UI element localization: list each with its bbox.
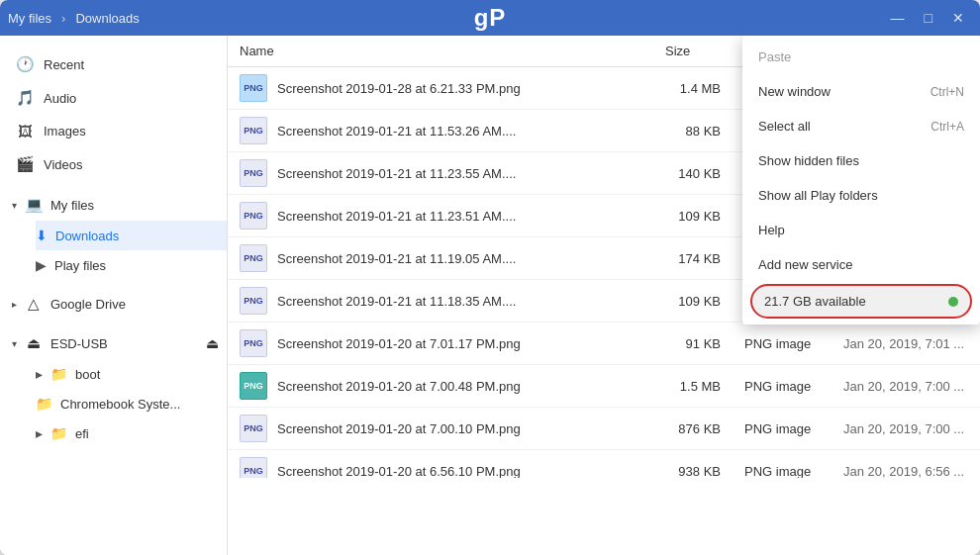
close-button[interactable]: ✕ [944, 6, 972, 30]
menu-item-paste: Paste [742, 40, 980, 74]
sidebar-item-downloads[interactable]: ⬇ Downloads [36, 221, 227, 250]
sidebar-chromebook-label: Chromebook Syste... [60, 397, 180, 412]
eject-icon[interactable]: ⏏ [206, 335, 219, 351]
file-name-text-4: Screenshot 2019-01-21 at 11.19.05 AM.... [277, 251, 516, 266]
table-row[interactable]: PNGScreenshot 2019-01-20 at 7.01.17 PM.p… [228, 323, 980, 365]
menu-item-show-hidden[interactable]: Show hidden files [742, 143, 980, 178]
menu-item-show-play[interactable]: Show all Play folders [742, 178, 980, 213]
storage-dot [948, 297, 958, 307]
title-bar: My files › Downloads gP — □ ✕ [0, 0, 980, 36]
file-name-cell-2: PNGScreenshot 2019-01-21 at 11.23.55 AM.… [228, 152, 653, 195]
file-type-8: PNG image [733, 408, 832, 450]
select-all-label: Select all [758, 119, 811, 134]
storage-label: 21.7 GB available [764, 294, 866, 309]
images-icon: 🖼 [16, 123, 34, 139]
file-name-cell-7: PNGScreenshot 2019-01-20 at 7.00.48 PM.p… [228, 365, 653, 408]
sidebar-esdusb-group: ▾ ⏏ ESD-USB ⏏ ▸ 📁 boot 📁 Chromebook Syst… [0, 324, 227, 452]
file-name-text-5: Screenshot 2019-01-21 at 11.18.35 AM.... [277, 294, 516, 309]
menu-item-add-service[interactable]: Add new service [742, 247, 980, 282]
googledrive-icon: △ [25, 295, 43, 313]
menu-item-help[interactable]: Help [742, 213, 980, 247]
file-name-text-0: Screenshot 2019-01-28 at 6.21.33 PM.png [277, 81, 521, 96]
table-row[interactable]: PNGScreenshot 2019-01-20 at 6.56.10 PM.p… [228, 450, 980, 479]
file-icon-1: PNG [240, 117, 267, 144]
breadcrumb-myfiles[interactable]: My files [8, 11, 51, 26]
sidebar-label-audio: Audio [44, 91, 76, 106]
sidebar-group-myfiles[interactable]: ▾ 💻 My files [0, 189, 227, 221]
sidebar-group-esdusb[interactable]: ▾ ⏏ ESD-USB ⏏ [0, 327, 227, 359]
file-date-7: Jan 20, 2019, 7:00 ... [832, 365, 980, 408]
sidebar-label-images: Images [44, 124, 86, 139]
myfiles-chevron: ▾ [12, 200, 17, 211]
col-header-name[interactable]: Name [228, 36, 653, 67]
downloads-icon: ⬇ [36, 228, 48, 243]
new-window-shortcut: Ctrl+N [931, 85, 964, 99]
file-type-9: PNG image [733, 450, 832, 479]
file-name-cell-5: PNGScreenshot 2019-01-21 at 11.18.35 AM.… [228, 280, 653, 323]
sidebar-myfiles-label: My files [50, 198, 94, 213]
file-name-text-8: Screenshot 2019-01-20 at 7.00.10 PM.png [277, 421, 521, 436]
sidebar-item-recent[interactable]: 🕐 Recent [0, 47, 227, 81]
sidebar-item-chromebook[interactable]: 📁 Chromebook Syste... [36, 389, 227, 418]
sidebar-esdusb-label: ESD-USB [50, 336, 194, 351]
table-row[interactable]: PNGScreenshot 2019-01-20 at 7.00.48 PM.p… [228, 365, 980, 408]
menu-item-new-window[interactable]: New window Ctrl+N [742, 74, 980, 109]
sidebar-myfiles-group: ▾ 💻 My files ⬇ Downloads ▶ Play files [0, 185, 227, 284]
file-date-9: Jan 20, 2019, 6:56 ... [832, 450, 980, 479]
file-area: Name Size Type PNGScreenshot 2019-01-28 … [228, 36, 980, 555]
app-logo: gP [474, 4, 507, 32]
file-icon-7: PNG [240, 372, 267, 400]
maximize-button[interactable]: □ [917, 6, 940, 30]
file-size-3: 109 KB [653, 195, 733, 237]
minimize-button[interactable]: — [883, 6, 913, 30]
app-window: My files › Downloads gP — □ ✕ 🕐 Recent 🎵… [0, 0, 980, 555]
file-date-8: Jan 20, 2019, 7:00 ... [832, 408, 980, 450]
file-size-5: 109 KB [653, 280, 733, 323]
file-name-cell-0: PNGScreenshot 2019-01-28 at 6.21.33 PM.p… [228, 67, 653, 110]
file-name-cell-3: PNGScreenshot 2019-01-21 at 11.23.51 AM.… [228, 195, 653, 237]
menu-item-storage[interactable]: 21.7 GB available [750, 284, 972, 319]
new-window-label: New window [758, 84, 831, 99]
sidebar-item-playfiles[interactable]: ▶ Play files [36, 250, 227, 280]
recent-icon: 🕐 [16, 55, 34, 73]
sidebar-item-audio[interactable]: 🎵 Audio [0, 81, 227, 115]
breadcrumb-downloads[interactable]: Downloads [75, 11, 139, 26]
sidebar-googledrive-group: ▸ △ Google Drive [0, 284, 227, 324]
myfiles-children: ⬇ Downloads ▶ Play files [0, 221, 227, 280]
googledrive-chevron: ▸ [12, 299, 17, 310]
file-icon-8: PNG [240, 415, 267, 442]
boot-folder-icon: 📁 [50, 366, 67, 382]
menu-item-select-all[interactable]: Select all Ctrl+A [742, 109, 980, 143]
sidebar-googledrive-label: Google Drive [50, 297, 126, 312]
file-size-8: 876 KB [653, 408, 733, 450]
paste-label: Paste [758, 49, 791, 64]
help-label: Help [758, 223, 785, 237]
sidebar-item-boot[interactable]: ▸ 📁 boot [36, 359, 227, 389]
col-header-size[interactable]: Size [653, 36, 733, 67]
file-name-cell-9: PNGScreenshot 2019-01-20 at 6.56.10 PM.p… [228, 450, 653, 479]
sidebar-group-googledrive[interactable]: ▸ △ Google Drive [0, 288, 227, 320]
show-play-label: Show all Play folders [758, 188, 878, 203]
file-name-cell-8: PNGScreenshot 2019-01-20 at 7.00.10 PM.p… [228, 408, 653, 450]
file-icon-6: PNG [240, 329, 267, 357]
file-icon-4: PNG [240, 244, 267, 272]
sidebar-downloads-label: Downloads [55, 229, 119, 243]
file-type-7: PNG image [733, 365, 832, 408]
file-name-text-1: Screenshot 2019-01-21 at 11.53.26 AM.... [277, 124, 516, 139]
table-row[interactable]: PNGScreenshot 2019-01-20 at 7.00.10 PM.p… [228, 408, 980, 450]
sidebar-item-videos[interactable]: 🎬 Videos [0, 147, 227, 181]
file-size-4: 174 KB [653, 237, 733, 280]
esdusb-icon: ⏏ [25, 334, 43, 352]
boot-icon: ▸ [36, 366, 43, 382]
audio-icon: 🎵 [16, 89, 34, 107]
file-size-2: 140 KB [653, 152, 733, 195]
sidebar-label-videos: Videos [44, 157, 83, 172]
sidebar-item-images[interactable]: 🖼 Images [0, 115, 227, 147]
file-size-0: 1.4 MB [653, 67, 733, 110]
file-icon-9: PNG [240, 457, 267, 478]
file-date-6: Jan 20, 2019, 7:01 ... [832, 323, 980, 365]
file-icon-5: PNG [240, 287, 267, 315]
sidebar-item-efi[interactable]: ▸ 📁 efi [36, 418, 227, 448]
show-hidden-label: Show hidden files [758, 153, 859, 168]
file-icon-0: PNG [240, 74, 267, 102]
